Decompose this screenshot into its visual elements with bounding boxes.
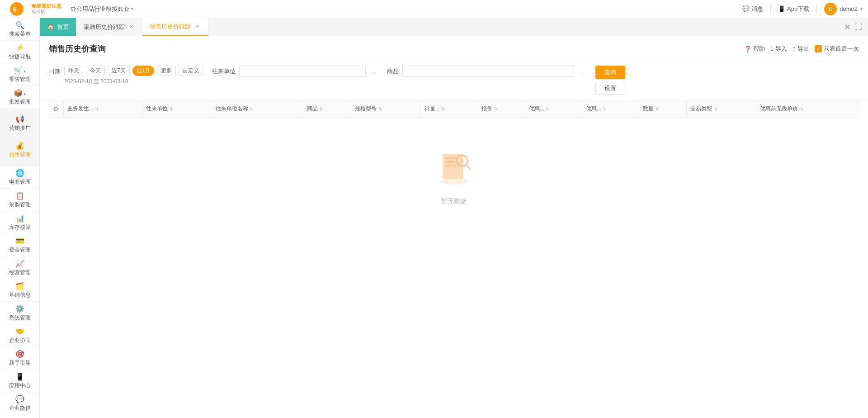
user-menu[interactable]: D demo2 ▾: [824, 3, 863, 15]
checkbox-icon: ✓: [815, 45, 822, 52]
query-button[interactable]: 查询: [595, 66, 625, 79]
tab-close-purchase[interactable]: ✕: [127, 24, 135, 31]
empty-state: 暂无数据: [49, 118, 859, 233]
sidebar-item-inventory[interactable]: 📊 库存核算: [0, 211, 39, 234]
table-header-trade-type[interactable]: 交易类型 ⇅: [687, 100, 756, 118]
svg-point-0: [10, 2, 24, 16]
sort-icon-pre-tax-price: ⇅: [800, 106, 803, 111]
sidebar-item-sales[interactable]: 💰 销售管理: [0, 137, 39, 164]
date-btn-today[interactable]: 今天: [86, 66, 105, 76]
empty-text: 暂无数据: [441, 197, 467, 205]
partner-input-group: ...: [239, 66, 378, 77]
sidebar-item-basic[interactable]: 🗂️ 基础信息: [0, 279, 39, 302]
export-icon: ⤴: [793, 46, 796, 52]
account-selector[interactable]: 办公用品行业模拟账套 ▾: [71, 5, 739, 13]
app-download-btn[interactable]: 📱 App下载: [778, 5, 809, 13]
sidebar-item-wholesale[interactable]: 📦 ▴ 批发管理: [0, 86, 39, 109]
partner-input[interactable]: [239, 66, 366, 77]
partner-label: 往来单位: [212, 66, 236, 76]
sidebar-item-shortcut[interactable]: ⚡ 快捷导航: [0, 41, 39, 63]
close-all-tabs-btn[interactable]: ✕: [844, 22, 851, 32]
retail-icon: 🛒: [14, 66, 23, 75]
table-header-price[interactable]: 报价 ⇅: [477, 100, 525, 118]
sort-icon-trade-type: ⇅: [714, 106, 717, 111]
app-name: 畅捷通好生意 标准版: [32, 3, 61, 14]
data-table: ⚙ 业务发生... ⇅ 往来单位 ⇅ 往来单位名称: [49, 100, 859, 118]
table-header-goods[interactable]: 商品 ⇅: [303, 100, 351, 118]
partner-filter-group: 往来单位 ...: [212, 66, 378, 77]
tab-home[interactable]: 🏠 首页: [40, 18, 76, 36]
system-icon: ⚙️: [15, 304, 24, 313]
sort-icon-quantity: ⇅: [655, 106, 659, 111]
svg-text:6: 6: [13, 6, 17, 13]
date-btn-7days[interactable]: 近7天: [108, 66, 130, 76]
sidebar-item-system[interactable]: ⚙️ 系统管理: [0, 302, 39, 324]
sidebar-item-operations[interactable]: 📈 经营管理: [0, 256, 39, 279]
sidebar-item-marketing[interactable]: 📢 营销推广: [0, 110, 39, 137]
sidebar-item-retail[interactable]: 🛒 ▴ 零售管理: [0, 63, 39, 86]
table-header-partner-name[interactable]: 往来单位名称 ⇅: [212, 100, 303, 118]
table-header-spec[interactable]: 规格型号 ⇅: [351, 100, 420, 118]
guide-icon: 🎯: [15, 350, 24, 358]
right-panel: 🏠 首页 采购历史价跟踪 ✕ 销售历史价跟踪 ✕ ✕ ⛶ 销售历史价查询: [40, 18, 868, 418]
table-header-biz-date[interactable]: 业务发生... ⇅: [63, 100, 142, 118]
partner-more-icon[interactable]: ...: [369, 66, 378, 76]
retail-arrow-icon: ▴: [24, 68, 26, 73]
table-header-discount1[interactable]: 优惠... ⇅: [525, 100, 582, 118]
date-buttons: 昨天 今天 近7天 近1月 更多 自定义: [64, 66, 203, 76]
tab-sales-history[interactable]: 销售历史价跟踪 ✕: [142, 18, 208, 36]
sidebar-item-search[interactable]: 🔍 搜索菜单: [0, 18, 39, 41]
date-btn-1month[interactable]: 近1月: [132, 66, 155, 76]
sidebar-item-guide[interactable]: 🎯 新手引导: [0, 347, 39, 370]
message-btn[interactable]: 💬 消息: [742, 5, 763, 13]
sidebar-item-enterprise[interactable]: 🤝 企业协同: [0, 324, 39, 347]
sort-icon-spec: ⇅: [378, 106, 382, 111]
sidebar-item-member[interactable]: 👤 畅会员: [0, 415, 39, 418]
set-button[interactable]: 设置: [595, 82, 625, 95]
date-btn-custom[interactable]: 自定义: [179, 66, 203, 76]
import-icon: ⤵: [770, 46, 774, 52]
content-area: 销售历史价查询 ❓ 帮助 ⤵ 导入 ⤴ 导出 ✓: [40, 36, 868, 418]
export-btn[interactable]: ⤴ 导出: [793, 45, 809, 53]
svg-rect-5: [445, 161, 455, 163]
table-header-unit[interactable]: 计量... ⇅: [420, 100, 477, 118]
topbar: 6 畅捷通好生意 标准版 办公用品行业模拟账套 ▾ 💬 消息 📱 App下载 D…: [0, 0, 868, 18]
wholesale-icon: 📦: [14, 89, 23, 97]
only-last-toggle[interactable]: ✓ 只看最后一次: [815, 45, 859, 53]
sort-icon-price: ⇅: [494, 106, 497, 111]
sidebar-item-purchase[interactable]: 📋 采购管理: [0, 189, 39, 211]
tab-close-sales[interactable]: ✕: [193, 23, 201, 30]
date-filter-group: 日期 昨天 今天 近7天 近1月 更多 自定义 2023-02-18 至 202…: [49, 66, 203, 86]
filter-actions: 查询 设置: [595, 66, 625, 95]
date-btn-yesterday[interactable]: 昨天: [64, 66, 83, 76]
table-settings-icon[interactable]: ⚙: [53, 105, 59, 113]
goods-input-group: ...: [402, 66, 586, 77]
finance-icon: 💳: [15, 237, 24, 245]
divider2: [816, 5, 817, 14]
table-header-settings[interactable]: ⚙: [49, 100, 63, 118]
sort-icon-goods: ⇅: [319, 106, 323, 111]
sidebar-item-ecommerce[interactable]: 🌐 电商管理: [0, 166, 39, 189]
main-layout: 🔍 搜索菜单 ⚡ 快捷导航 🛒 ▴ 零售管理 📦 ▴ 批发管理 📢 营销推广: [0, 18, 868, 418]
table-header-partner-code[interactable]: 往来单位 ⇅: [142, 100, 212, 118]
help-btn[interactable]: ❓ 帮助: [744, 45, 765, 53]
sidebar-item-finance[interactable]: 💳 资金管理: [0, 234, 39, 256]
goods-more-icon[interactable]: ...: [578, 66, 586, 76]
table-header-pre-tax-price[interactable]: 优惠前无税单价 ⇅: [756, 100, 859, 118]
date-btn-more[interactable]: 更多: [157, 66, 176, 76]
date-label: 日期: [49, 66, 61, 76]
date-options: 昨天 今天 近7天 近1月 更多 自定义 2023-02-18 至 2023-0…: [64, 66, 203, 86]
sidebar-item-wechat[interactable]: 💬 企业微信: [0, 392, 39, 415]
enterprise-icon: 🤝: [15, 327, 24, 336]
apps-icon: 📱: [15, 372, 24, 381]
sidebar-item-apps[interactable]: 📱 应用中心: [0, 370, 39, 392]
import-btn[interactable]: ⤵ 导入: [770, 45, 787, 53]
svg-rect-6: [445, 165, 457, 166]
table-header-discount2[interactable]: 优惠... ⇅: [582, 100, 639, 118]
empty-icon: [431, 145, 476, 190]
tab-purchase-history[interactable]: 采购历史价跟踪 ✕: [76, 18, 142, 36]
maximize-btn[interactable]: ⛶: [854, 22, 863, 32]
goods-input[interactable]: [402, 66, 574, 77]
table-header-quantity[interactable]: 数量 ⇅: [639, 100, 687, 118]
purchase-icon: 📋: [15, 191, 24, 200]
